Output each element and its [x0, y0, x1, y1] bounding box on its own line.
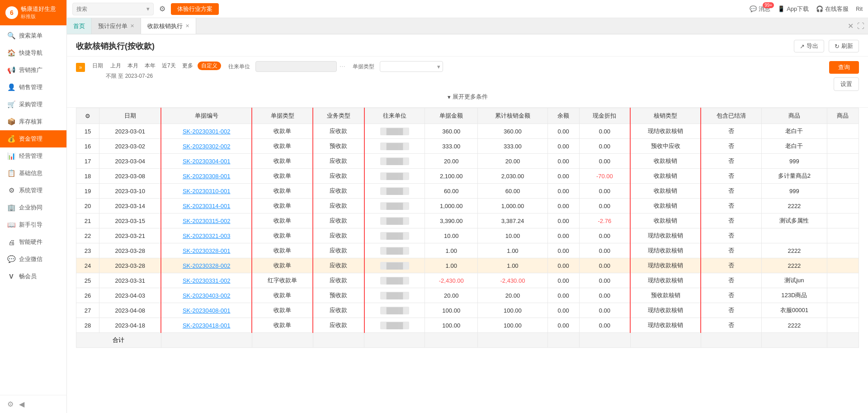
- td-voucher-no[interactable]: SK-20230310-001: [161, 184, 252, 199]
- td-cash-discount: 0.00: [579, 273, 630, 288]
- date-link-this-year[interactable]: 本年: [143, 61, 157, 71]
- service-label: 在线客服: [825, 5, 849, 13]
- sidebar-item-system[interactable]: ⚙ 系统管理: [0, 182, 66, 199]
- message-btn[interactable]: 💬 消息 99+: [750, 5, 770, 13]
- td-goods1: 2222: [761, 258, 827, 273]
- td-balance: 0.00: [547, 258, 579, 273]
- user-name[interactable]: Rit: [856, 6, 863, 12]
- sidebar-item-guide[interactable]: 📖 新手引导: [0, 216, 66, 233]
- tab-receipt-offset[interactable]: 收款核销执行 ✕: [141, 18, 196, 34]
- date-filter-group: 日期 上月 本月 本年 近7天 更多 自定义 不限 至 2023-07-26: [92, 61, 221, 80]
- expand-more-btn[interactable]: ▾ 展开更多条件: [448, 93, 488, 101]
- wechat-icon: 💬: [7, 255, 15, 263]
- unit-dots-icon[interactable]: ···: [340, 62, 345, 71]
- td-balance: 0.00: [547, 154, 579, 169]
- td-offset-type: 现结收款核销: [630, 228, 701, 243]
- td-voucher-no[interactable]: SK-20230408-001: [161, 303, 252, 318]
- td-cum-amount: -2,430.00: [478, 273, 547, 288]
- sidebar-item-wechat[interactable]: 💬 企业微信: [0, 251, 66, 268]
- td-voucher-no[interactable]: SK-20230304-001: [161, 154, 252, 169]
- th-balance: 余额: [547, 108, 579, 124]
- sidebar-item-purchase[interactable]: 🛒 采购管理: [0, 96, 66, 113]
- app-download-btn[interactable]: 📱 App下载: [778, 5, 809, 13]
- expand-tabs-icon[interactable]: ⛶: [857, 22, 864, 30]
- th-amount: 单据金额: [425, 108, 478, 124]
- date-link-this-month[interactable]: 本月: [126, 61, 140, 71]
- tab-pre-payable[interactable]: 预计应付单 ✕: [92, 18, 141, 34]
- td-voucher-no[interactable]: SK-20230308-001: [161, 169, 252, 184]
- td-cum-amount: 333.00: [478, 139, 547, 154]
- close-all-tabs-icon[interactable]: ✕: [848, 22, 854, 30]
- td-voucher-no[interactable]: SK-20230302-002: [161, 139, 252, 154]
- td-voucher-no[interactable]: SK-20230418-001: [161, 318, 252, 333]
- custom-date-btn[interactable]: 自定义: [198, 62, 221, 70]
- sidebar-item-operations[interactable]: 📊 经营管理: [0, 147, 66, 165]
- sidebar-label-member: 畅会员: [19, 272, 37, 280]
- td-no: 20: [76, 199, 99, 214]
- td-cash-discount: 0.00: [579, 288, 630, 303]
- industry-btn[interactable]: 体验行业方案: [171, 3, 219, 15]
- date-link-7days[interactable]: 近7天: [160, 61, 178, 71]
- tab-close-icon[interactable]: ✕: [130, 23, 134, 29]
- td-goods2: [827, 199, 859, 214]
- td-voucher-no[interactable]: SK-20230328-002: [161, 258, 252, 273]
- sidebar-item-member[interactable]: V 畅会员: [0, 268, 66, 285]
- date-link-more[interactable]: 更多: [180, 61, 195, 71]
- member-icon: V: [7, 272, 15, 280]
- tab-close-active-icon[interactable]: ✕: [185, 23, 189, 29]
- setting-btn[interactable]: 设置: [834, 77, 859, 91]
- td-voucher-no[interactable]: SK-20230314-001: [161, 199, 252, 214]
- topbar-search-input[interactable]: [76, 6, 145, 12]
- topbar-search[interactable]: ▾: [72, 3, 154, 15]
- td-no: 17: [76, 154, 99, 169]
- data-table: ⚙ 日期 单据编号 单据类型 业务类型 往来单位 单据金额 累计核销金额 余额 …: [76, 108, 859, 348]
- guide-icon: 📖: [7, 221, 15, 229]
- th-unit: 往来单位: [364, 108, 425, 124]
- filter-expand-btn[interactable]: »: [76, 63, 85, 72]
- date-link-last-month[interactable]: 上月: [108, 61, 123, 71]
- td-date: 2023-03-08: [99, 169, 161, 184]
- th-settings[interactable]: ⚙: [76, 108, 99, 124]
- sidebar-item-capital[interactable]: 💰 资金管理: [0, 130, 66, 147]
- sidebar-item-hardware[interactable]: 🖨 智能硬件: [0, 233, 66, 251]
- tab-home[interactable]: 首页: [67, 18, 92, 34]
- sidebar-label-marketing: 营销推广: [19, 66, 42, 74]
- sidebar-item-shortcut[interactable]: 🏠 快捷导航: [0, 44, 66, 62]
- sidebar-item-sales[interactable]: 👤 销售管理: [0, 79, 66, 96]
- voucher-type-select[interactable]: [380, 61, 443, 72]
- td-cum-amount: 1.00: [478, 243, 547, 258]
- sidebar-item-basic[interactable]: 📋 基础信息: [0, 165, 66, 182]
- td-voucher-no[interactable]: SK-20230321-003: [161, 228, 252, 243]
- td-no: 25: [76, 273, 99, 288]
- settings-icon[interactable]: ⚙: [7, 400, 14, 408]
- td-voucher-no[interactable]: SK-20230331-002: [161, 273, 252, 288]
- export-btn[interactable]: ↗ 导出: [794, 40, 824, 52]
- td-goods1: 老白干: [761, 124, 827, 139]
- td-voucher-no[interactable]: SK-20230301-002: [161, 124, 252, 139]
- sidebar-item-inventory[interactable]: 📦 库存核算: [0, 113, 66, 130]
- sidebar-item-search[interactable]: 🔍 搜索菜单: [0, 27, 66, 44]
- service-btn[interactable]: 🎧 在线客服: [816, 5, 849, 13]
- td-unit: ████: [364, 139, 425, 154]
- td-voucher-no[interactable]: SK-20230403-002: [161, 288, 252, 303]
- collapse-icon[interactable]: ◀: [19, 400, 24, 408]
- app-label: App下载: [787, 5, 809, 13]
- td-unit: ████: [364, 303, 425, 318]
- query-btn[interactable]: 查询: [829, 61, 859, 74]
- td-include-settled: 否: [701, 258, 761, 273]
- sidebar-item-enterprise[interactable]: 🏢 企业协同: [0, 199, 66, 216]
- td-balance: 0.00: [547, 214, 579, 228]
- unit-input[interactable]: [255, 61, 337, 72]
- td-cum-amount: 3,387.24: [478, 214, 547, 228]
- sidebar-label-operations: 经营管理: [19, 152, 42, 160]
- refresh-btn[interactable]: ↻ 刷新: [829, 40, 859, 52]
- footer-unit: [364, 333, 425, 348]
- filter-bar: » 日期 上月 本月 本年 近7天 更多 自定义 不限 至 2023-07-26…: [67, 57, 868, 108]
- td-no: 28: [76, 318, 99, 333]
- td-voucher-no[interactable]: SK-20230315-002: [161, 214, 252, 228]
- sidebar-item-marketing[interactable]: 📢 营销推广: [0, 62, 66, 79]
- gear-icon[interactable]: ⚙: [159, 5, 165, 13]
- td-voucher-no[interactable]: SK-20230328-001: [161, 243, 252, 258]
- data-table-wrap: ⚙ 日期 单据编号 单据类型 业务类型 往来单位 单据金额 累计核销金额 余额 …: [67, 108, 868, 413]
- table-row: 18 2023-03-08 SK-20230308-001 收款单 应收款 ██…: [76, 169, 859, 184]
